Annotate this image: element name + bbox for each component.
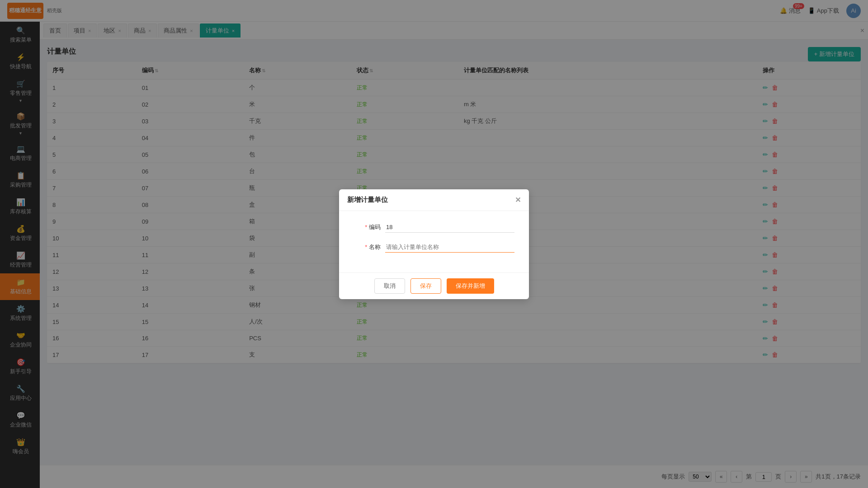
save-button[interactable]: 保存 (410, 278, 441, 294)
name-input[interactable] (385, 242, 514, 253)
form-row-name: 名称 (354, 242, 514, 253)
code-label: 编码 (354, 223, 381, 231)
modal-title: 新增计量单位 (347, 196, 388, 204)
cancel-button[interactable]: 取消 (374, 278, 405, 294)
modal-body: 编码 名称 (339, 211, 529, 272)
modal-close-button[interactable]: ✕ (515, 196, 521, 204)
name-label: 名称 (354, 243, 381, 251)
modal-header: 新增计量单位 ✕ (339, 189, 529, 211)
code-input[interactable] (385, 222, 514, 233)
modal-footer: 取消 保存 保存并新增 (339, 272, 529, 299)
modal-overlay: 新增计量单位 ✕ 编码 名称 取消 保存 保存并新增 (0, 0, 868, 488)
save-add-button[interactable]: 保存并新增 (447, 278, 494, 294)
modal-dialog: 新增计量单位 ✕ 编码 名称 取消 保存 保存并新增 (339, 189, 529, 299)
form-row-code: 编码 (354, 222, 514, 233)
